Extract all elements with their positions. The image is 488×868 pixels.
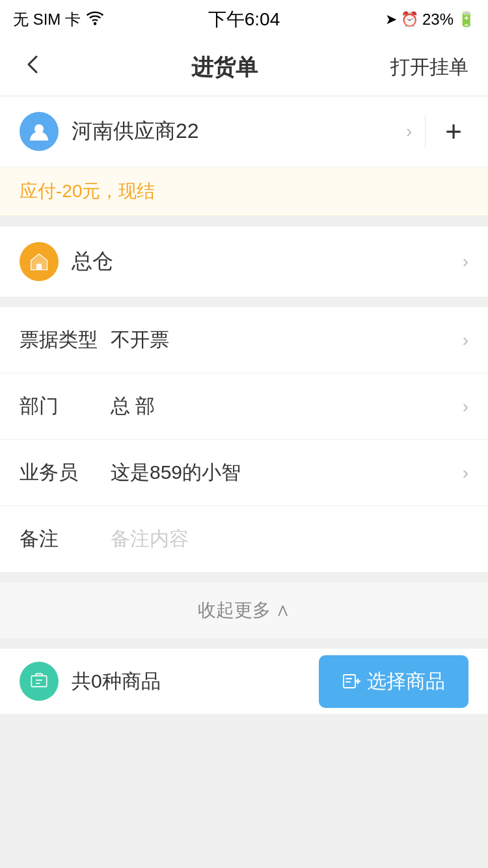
- svg-rect-3: [31, 676, 46, 687]
- remark-row[interactable]: 备注 备注内容: [0, 506, 488, 572]
- salesperson-value: 这是859的小智: [111, 459, 456, 486]
- supplier-row[interactable]: 河南供应商22 › +: [0, 96, 488, 167]
- supplier-card: 河南供应商22 › + 应付-20元，现结: [0, 96, 488, 216]
- supplier-avatar: [20, 112, 59, 151]
- location-icon: ➤: [385, 11, 397, 28]
- svg-rect-2: [36, 264, 42, 269]
- main-content: 河南供应商22 › + 应付-20元，现结 总仓 › 票据类型 不开票: [0, 96, 488, 868]
- supplier-chevron-icon: ›: [406, 121, 412, 142]
- salesperson-chevron-icon: ›: [463, 463, 468, 483]
- warehouse-name: 总仓: [72, 247, 456, 276]
- ticket-type-chevron-icon: ›: [463, 330, 468, 351]
- warehouse-chevron-icon: ›: [463, 251, 468, 272]
- department-label: 部门: [20, 393, 111, 420]
- warehouse-row[interactable]: 总仓 ›: [0, 226, 488, 297]
- warehouse-card: 总仓 ›: [0, 226, 488, 297]
- product-icon: [20, 662, 59, 701]
- select-product-label: 选择商品: [367, 668, 445, 695]
- status-time: 下午6:04: [208, 7, 280, 32]
- collapse-label: 收起更多 ∧: [198, 598, 291, 623]
- salesperson-row[interactable]: 业务员 这是859的小智 ›: [0, 440, 488, 506]
- battery-icon: 🔋: [457, 11, 475, 28]
- status-right: ➤ ⏰ 23% 🔋: [385, 10, 475, 29]
- department-row[interactable]: 部门 总 部 ›: [0, 373, 488, 440]
- status-bar: 无 SIM 卡 下午6:04 ➤ ⏰ 23% 🔋: [0, 0, 488, 39]
- department-value: 总 部: [111, 393, 456, 420]
- notice-text: 应付-20元，现结: [20, 181, 155, 201]
- nav-bar: 进货单 打开挂单: [0, 39, 488, 96]
- warehouse-icon: [20, 242, 59, 281]
- page-title: 进货单: [191, 53, 258, 83]
- department-chevron-icon: ›: [463, 396, 468, 417]
- remark-input[interactable]: 备注内容: [111, 526, 468, 552]
- alarm-icon: ⏰: [401, 11, 418, 28]
- notice-bar: 应付-20元，现结: [0, 167, 488, 216]
- product-count: 共0种商品: [72, 668, 306, 695]
- gray-area: [0, 714, 488, 868]
- bottom-bar: 共0种商品 选择商品: [0, 649, 488, 714]
- svg-point-0: [94, 23, 96, 24]
- add-supplier-button[interactable]: +: [439, 117, 468, 146]
- back-button[interactable]: [20, 51, 59, 83]
- select-product-button[interactable]: 选择商品: [319, 655, 468, 708]
- collapse-button[interactable]: 收起更多 ∧: [0, 582, 488, 638]
- carrier-label: 无 SIM 卡: [13, 9, 81, 30]
- wifi-icon: [86, 8, 104, 31]
- ticket-type-row[interactable]: 票据类型 不开票 ›: [0, 307, 488, 373]
- supplier-name: 河南供应商22: [72, 117, 400, 146]
- battery-label: 23%: [422, 10, 454, 29]
- supplier-divider: [425, 115, 426, 148]
- open-pending-button[interactable]: 打开挂单: [390, 54, 468, 81]
- form-section: 票据类型 不开票 › 部门 总 部 › 业务员 这是859的小智 › 备注 备注…: [0, 307, 488, 572]
- salesperson-label: 业务员: [20, 459, 111, 486]
- ticket-type-label: 票据类型: [20, 327, 111, 353]
- ticket-type-value: 不开票: [111, 327, 456, 353]
- remark-label: 备注: [20, 526, 111, 552]
- status-left: 无 SIM 卡: [13, 8, 104, 31]
